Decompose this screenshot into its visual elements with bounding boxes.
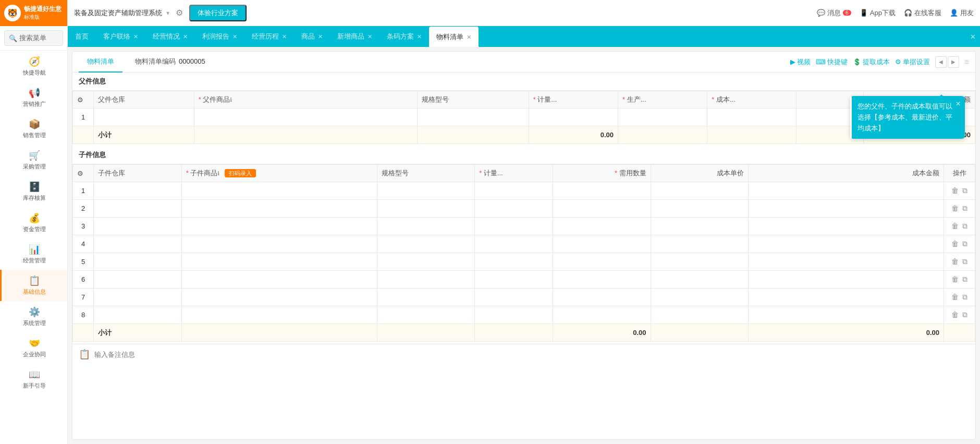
- sidebar-item-operation[interactable]: 📊 经营管理: [0, 238, 67, 270]
- child-row-3-cost-unit[interactable]: [651, 218, 748, 235]
- tab-customer-close[interactable]: ✕: [133, 33, 138, 40]
- child-row-8-warehouse[interactable]: [94, 306, 182, 324]
- search-menu-button[interactable]: 🔍 搜索菜单: [4, 30, 63, 46]
- single-settings-button[interactable]: ⚙ 单据设置: [895, 57, 930, 67]
- tab-bar-close-icon[interactable]: ✕: [970, 33, 980, 41]
- child-row-7-unit[interactable]: [475, 289, 553, 306]
- child-row-7-spec[interactable]: [377, 289, 474, 306]
- delete-icon-row-8[interactable]: 🗑: [951, 310, 959, 319]
- sidebar-item-guide[interactable]: 📖 新手引导: [0, 364, 67, 395]
- sidebar-item-marketing[interactable]: 📢 营销推广: [0, 82, 67, 113]
- sidebar-item-system[interactable]: ⚙️ 系统管理: [0, 301, 67, 332]
- delete-icon-row-7[interactable]: 🗑: [951, 293, 959, 301]
- child-row-5-spec[interactable]: [377, 253, 474, 271]
- tab-operation-status[interactable]: 经营情况 ✕: [145, 26, 195, 47]
- child-row-6-cost-unit[interactable]: [651, 271, 748, 289]
- parent-row-1-unit[interactable]: [529, 109, 618, 126]
- child-row-1-goods[interactable]: [181, 182, 377, 200]
- app-download-button[interactable]: 📱 App下载: [860, 8, 896, 18]
- topbar-dropdown-arrow[interactable]: ▾: [166, 9, 169, 17]
- parent-row-1-cost[interactable]: [707, 109, 797, 126]
- tab-profit-close[interactable]: ✕: [232, 33, 237, 40]
- child-row-5-qty[interactable]: [553, 253, 651, 271]
- topbar-settings-icon[interactable]: ⚙: [176, 8, 183, 18]
- scan-button[interactable]: 扫码录入: [225, 169, 256, 177]
- child-col-settings[interactable]: ⚙: [73, 165, 94, 182]
- child-row-1-warehouse[interactable]: [94, 182, 182, 200]
- delete-icon-row-3[interactable]: 🗑: [951, 222, 959, 230]
- child-row-6-warehouse[interactable]: [94, 271, 182, 289]
- parent-row-1-prod[interactable]: [618, 109, 707, 126]
- expand-icon[interactable]: ≡: [964, 57, 969, 67]
- shortcuts-button[interactable]: ⌨ 快捷键: [816, 57, 848, 67]
- child-row-8-cost-unit[interactable]: [651, 306, 748, 324]
- child-row-5-unit[interactable]: [475, 253, 553, 271]
- tab-history-close[interactable]: ✕: [282, 33, 287, 40]
- copy-icon-row-4[interactable]: ⧉: [962, 239, 967, 248]
- sidebar-item-enterprise[interactable]: 🤝 企业协同: [0, 332, 67, 364]
- parent-row-1-spec[interactable]: [417, 109, 529, 126]
- tab-barcode-close[interactable]: ✕: [417, 33, 422, 40]
- tab-goods-close[interactable]: ✕: [318, 33, 323, 40]
- copy-icon-row-2[interactable]: ⧉: [962, 204, 967, 212]
- child-row-7-warehouse[interactable]: [94, 289, 182, 306]
- child-row-2-unit[interactable]: [475, 200, 553, 218]
- tab-bom-close[interactable]: ✕: [467, 34, 471, 41]
- child-row-2-spec[interactable]: [377, 200, 474, 218]
- user-button[interactable]: 👤 用友: [950, 8, 974, 18]
- remark-input[interactable]: [94, 351, 969, 358]
- subtab-bom-list[interactable]: 物料清单: [79, 52, 123, 73]
- child-row-5-goods[interactable]: [181, 253, 377, 271]
- child-row-7-goods[interactable]: [181, 289, 377, 306]
- child-row-1-unit[interactable]: [475, 182, 553, 200]
- child-row-4-goods[interactable]: [181, 235, 377, 253]
- sidebar-item-purchase[interactable]: 🛒 采购管理: [0, 145, 67, 176]
- child-row-1-cost-unit[interactable]: [651, 182, 748, 200]
- sidebar-item-basic[interactable]: 📋 基础信息: [0, 270, 67, 301]
- copy-icon-row-8[interactable]: ⧉: [962, 310, 967, 319]
- tab-new-goods[interactable]: 新增商品 ✕: [330, 26, 379, 47]
- copy-icon-row-5[interactable]: ⧉: [962, 257, 967, 266]
- cost-button[interactable]: 💲 提取成本: [853, 57, 890, 67]
- tab-customer[interactable]: 客户联络 ✕: [96, 26, 145, 47]
- delete-icon-row-5[interactable]: 🗑: [951, 257, 959, 266]
- copy-icon-row-6[interactable]: ⧉: [962, 275, 967, 283]
- child-row-1-qty[interactable]: [553, 182, 651, 200]
- child-row-6-goods[interactable]: [181, 271, 377, 289]
- delete-icon-row-4[interactable]: 🗑: [951, 239, 959, 248]
- parent-col-settings[interactable]: ⚙: [73, 91, 94, 109]
- parent-row-1-warehouse[interactable]: [94, 109, 194, 126]
- child-row-4-spec[interactable]: [377, 235, 474, 253]
- child-row-3-warehouse[interactable]: [94, 218, 182, 235]
- tab-bom[interactable]: 物料清单 ✕: [429, 27, 479, 47]
- child-row-8-qty[interactable]: [553, 306, 651, 324]
- tab-barcode[interactable]: 条码方案 ✕: [379, 26, 429, 47]
- tab-goods[interactable]: 商品 ✕: [294, 26, 330, 47]
- tab-new-goods-close[interactable]: ✕: [368, 33, 372, 40]
- child-row-6-unit[interactable]: [475, 271, 553, 289]
- child-row-4-warehouse[interactable]: [94, 235, 182, 253]
- child-row-2-qty[interactable]: [553, 200, 651, 218]
- child-row-7-cost-unit[interactable]: [651, 289, 748, 306]
- prev-button[interactable]: ◀: [935, 56, 947, 68]
- next-button[interactable]: ▶: [948, 56, 959, 68]
- child-row-2-cost-unit[interactable]: [651, 200, 748, 218]
- tab-home[interactable]: 首页: [68, 26, 96, 47]
- message-button[interactable]: 💬 消息 6: [817, 8, 851, 18]
- tab-history[interactable]: 经营历程 ✕: [244, 26, 294, 47]
- delete-icon-row-6[interactable]: 🗑: [951, 275, 959, 283]
- copy-icon-row-7[interactable]: ⧉: [962, 293, 967, 301]
- child-row-2-goods[interactable]: [181, 200, 377, 218]
- copy-icon-row-1[interactable]: ⧉: [962, 186, 967, 195]
- parent-row-1-goods[interactable]: [194, 109, 417, 126]
- child-row-2-warehouse[interactable]: [94, 200, 182, 218]
- delete-icon-row-2[interactable]: 🗑: [951, 204, 959, 212]
- delete-icon-row-1[interactable]: 🗑: [951, 186, 959, 195]
- child-row-6-spec[interactable]: [377, 271, 474, 289]
- service-button[interactable]: 🎧 在线客服: [904, 8, 941, 18]
- child-row-7-qty[interactable]: [553, 289, 651, 306]
- tab-operation-status-close[interactable]: ✕: [183, 33, 188, 40]
- child-row-1-spec[interactable]: [377, 182, 474, 200]
- child-row-3-qty[interactable]: [553, 218, 651, 235]
- sidebar-item-finance[interactable]: 💰 资金管理: [0, 207, 67, 238]
